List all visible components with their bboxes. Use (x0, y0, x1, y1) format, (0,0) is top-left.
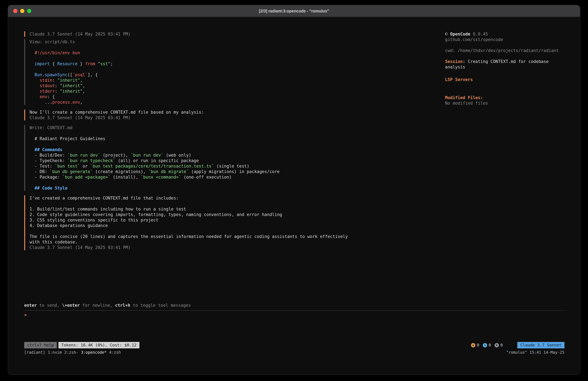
modified-files-empty: No modified files (445, 100, 565, 106)
sidebar: © OpenCode 0.0.45 github.com/sst/opencod… (445, 31, 565, 106)
terminal-line (30, 141, 437, 147)
chat-transcript: Claude 3.7 Sonnet (14 May 2025 03:41 PM)… (24, 31, 437, 255)
terminal-line (30, 45, 437, 50)
terminal-line (30, 228, 437, 234)
terminal-line (30, 56, 437, 61)
tokens-cost-chip: Tokens: 16.4K (8%), Cost: $0.12 (58, 342, 140, 348)
hint-count: 0 (500, 342, 503, 348)
modified-files-label: Modified Files: (445, 95, 565, 100)
status-bar: ctrl+? help Tokens: 16.4K (8%), Cost: $0… (24, 342, 565, 348)
terminal-line (30, 180, 437, 185)
tool-block: View: script/db.ts #!/usr/bin/env bun im… (24, 39, 437, 105)
terminal-line: 1. Build/lint/test commands including ho… (30, 206, 437, 212)
terminal-window: [2/3] radiant:3:opencode - "romulus" Cla… (8, 5, 580, 375)
copyright-icon: © (445, 32, 448, 37)
prompt-symbol: > (24, 312, 27, 318)
terminal-line: # Radiant Project Guidelines (30, 136, 437, 141)
diagnostics-indicators: w 0 i 0 h 0 (471, 342, 503, 348)
terminal-line (30, 67, 437, 72)
tmux-session-name: [radiant] (24, 350, 45, 355)
repo-link: github.com/sst/opencode (445, 37, 565, 42)
info-icon: i (483, 343, 487, 347)
terminal-line: - Test: `bun test` or `bun test packages… (30, 163, 437, 169)
terminal-line: stderr: "inherit", (30, 89, 437, 94)
close-button[interactable] (13, 9, 18, 13)
terminal-line: ...process.env, (30, 99, 437, 105)
terminal-line: - DB: `bun db generate` (create migratio… (30, 169, 437, 174)
brand-group: © OpenCode 0.0.45 github.com/sst/opencod… (445, 31, 565, 42)
terminal-content: Claude 3.7 Sonnet (14 May 2025 03:41 PM)… (8, 17, 580, 375)
info-count: 0 (489, 342, 491, 348)
terminal-line: Claude 3.7 Sonnet (14 May 2025 03:41 PM) (30, 115, 437, 120)
tmux-window-nvim[interactable]: 1:nvim (48, 350, 62, 355)
terminal-line: ## Commands (30, 147, 437, 152)
terminal-line: - Build/Dev: `bun run dev` (project), `b… (30, 152, 437, 158)
tmux-status-bar: [radiant] 1:nvim 2:zsh- 3:opencode* 4:zs… (24, 350, 565, 355)
terminal-line: 4. Database operations guidance (30, 223, 437, 228)
app-version: 0.0.45 (473, 32, 488, 37)
message-block: I've created a comprehensive CONTEXT.md … (24, 195, 437, 250)
titlebar: [2/3] radiant:3:opencode - "romulus" (8, 5, 580, 17)
terminal-line: #!/usr/bin/env bun (30, 50, 437, 56)
help-shortcut-chip: ctrl+? help (24, 342, 57, 348)
tmux-window-zsh2[interactable]: 2:zsh- (64, 350, 78, 355)
cwd-line: cwd: /home/thdxr/dev/projects/radiant/ra… (445, 48, 565, 53)
terminal-line: - Package: `bun add <package>` (install)… (30, 174, 437, 180)
tmux-host-clock: "romulus" 15:41 14-May-25 (506, 350, 565, 355)
message-header: Claude 3.7 Sonnet (14 May 2025 03:41 PM) (24, 31, 437, 37)
traffic-lights (13, 9, 31, 13)
terminal-line: 2. Code style guidelines covering import… (30, 212, 437, 217)
terminal-line: import { Resource } from "sst"; (30, 61, 437, 67)
main-area: Claude 3.7 Sonnet (14 May 2025 03:41 PM)… (24, 31, 565, 255)
terminal-line: Claude 3.7 Sonnet (14 May 2025 03:41 PM) (30, 245, 437, 250)
model-chip: Claude 3.7 Sonnet (517, 342, 565, 348)
terminal-line: View: script/db.ts (30, 39, 437, 45)
terminal-line: Bun.spawnSync([`psql`], { (30, 72, 437, 77)
terminal-line: stdout: "inherit", (30, 83, 437, 89)
hint-icon: h (495, 343, 499, 347)
terminal-line: Write: CONTEXT.md (30, 125, 437, 131)
terminal-line: - TypeCheck: `bun run typecheck` (all) o… (30, 158, 437, 163)
terminal-line: env: { (30, 94, 437, 99)
minimize-button[interactable] (20, 9, 24, 13)
terminal-line (30, 131, 437, 136)
terminal-line: Now I'll create a comprehensive CONTEXT.… (30, 110, 437, 115)
terminal-line: I've created a comprehensive CONTEXT.md … (30, 195, 437, 201)
tmux-window-opencode[interactable]: 3:opencode* (81, 350, 106, 355)
window-title: [2/3] radiant:3:opencode - "romulus" (8, 9, 580, 13)
warning-icon: w (471, 343, 475, 347)
app-name: OpenCode (450, 32, 470, 37)
session-label: Session: (445, 59, 465, 64)
modified-files-group: Modified Files: No modified files (445, 95, 565, 106)
tmux-window-zsh4[interactable]: 4:zsh (109, 350, 121, 355)
warning-count: 0 (477, 342, 479, 348)
lsp-servers-label: LSP Servers (445, 77, 565, 82)
tool-block: Write: CONTEXT.md # Radiant Project Guid… (24, 125, 437, 191)
terminal-line: with this codebase. (30, 239, 437, 245)
terminal-line: 3. CSS styling conventions specific to t… (30, 217, 437, 223)
message-block: Now I'll create a comprehensive CONTEXT.… (24, 110, 437, 120)
terminal-line (30, 201, 437, 206)
terminal-line: The file is concise (20 lines) and captu… (30, 234, 437, 239)
prompt-input[interactable] (29, 312, 565, 318)
zoom-button[interactable] (27, 9, 31, 13)
prompt-row[interactable]: > (24, 312, 565, 318)
terminal-line: stdin: "inherit", (30, 77, 437, 83)
help-line: enter to send, \+enter for newline, ctrl… (24, 303, 565, 308)
input-divider (24, 310, 565, 311)
session-group: Session: Creating CONTEXT.md for codebas… (445, 59, 565, 70)
terminal-line: ## Code Style (30, 185, 437, 191)
terminal-line: Claude 3.7 Sonnet (14 May 2025 03:41 PM) (30, 31, 437, 37)
